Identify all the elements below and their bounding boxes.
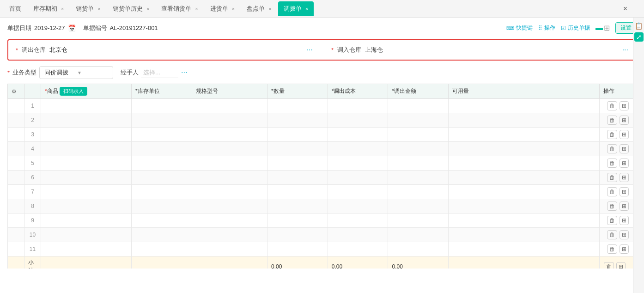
row-spec-cell[interactable] xyxy=(192,214,267,228)
sidebar-expand-icon[interactable]: ⤢ xyxy=(634,32,644,42)
copy-button[interactable]: ⊞ xyxy=(620,130,629,139)
row-qty-cell[interactable] xyxy=(267,113,328,128)
row-amount-cell[interactable] xyxy=(388,214,449,228)
row-qty-cell[interactable] xyxy=(267,171,328,185)
out-warehouse-value[interactable]: 北京仓 xyxy=(49,46,67,54)
delete-button[interactable]: 🗑 xyxy=(607,244,617,254)
tab-sales-order-close[interactable]: × xyxy=(97,6,100,12)
delete-button[interactable]: 🗑 xyxy=(607,216,617,225)
copy-button[interactable]: ⊞ xyxy=(620,201,629,211)
delete-button[interactable]: 🗑 xyxy=(607,144,617,153)
copy-button[interactable]: ⊞ xyxy=(620,159,629,168)
row-amount-cell[interactable] xyxy=(388,199,449,214)
row-goods-cell[interactable] xyxy=(41,156,132,171)
row-cost-cell[interactable] xyxy=(328,171,388,185)
delete-button[interactable]: 🗑 xyxy=(607,230,617,239)
row-goods-cell[interactable] xyxy=(41,228,132,242)
row-qty-cell[interactable] xyxy=(267,128,328,142)
tab-inventory-init[interactable]: 库存期初 × xyxy=(28,1,69,16)
row-qty-cell[interactable] xyxy=(267,214,328,228)
shortcut-action[interactable]: ⌨ 快捷键 xyxy=(506,24,533,32)
row-goods-cell[interactable] xyxy=(41,99,132,113)
in-warehouse-value[interactable]: 上海仓 xyxy=(365,46,383,54)
row-unit-cell[interactable] xyxy=(132,128,192,142)
copy-button[interactable]: ⊞ xyxy=(620,244,629,254)
layout-icon-1[interactable]: ▬ xyxy=(595,24,603,32)
operate-action[interactable]: ⠿ 操作 xyxy=(538,24,555,32)
row-spec-cell[interactable] xyxy=(192,185,267,199)
row-spec-cell[interactable] xyxy=(192,99,267,113)
row-cost-cell[interactable] xyxy=(328,142,388,156)
row-goods-cell[interactable] xyxy=(41,199,132,214)
row-amount-cell[interactable] xyxy=(388,185,449,199)
row-cost-cell[interactable] xyxy=(328,128,388,142)
row-unit-cell[interactable] xyxy=(132,113,192,128)
row-amount-cell[interactable] xyxy=(388,99,449,113)
tab-view-sales-close[interactable]: × xyxy=(195,6,198,12)
row-unit-cell[interactable] xyxy=(132,228,192,242)
row-qty-cell[interactable] xyxy=(267,156,328,171)
calendar-icon[interactable]: 📅 xyxy=(68,24,76,32)
tab-purchase-close[interactable]: × xyxy=(232,6,235,12)
layout-icon-2[interactable]: ⊞ xyxy=(604,24,610,32)
delete-button[interactable]: 🗑 xyxy=(607,101,617,110)
history-action[interactable]: ☑ 历史单据 xyxy=(561,24,590,32)
row-qty-cell[interactable] xyxy=(267,99,328,113)
copy-button[interactable]: ⊞ xyxy=(620,116,629,125)
gear-icon[interactable]: ⚙ xyxy=(12,88,17,95)
delete-button[interactable]: 🗑 xyxy=(607,159,617,168)
row-qty-cell[interactable] xyxy=(267,185,328,199)
col-header-settings[interactable]: ⚙ xyxy=(8,84,24,99)
scan-button[interactable]: 扫码录入 xyxy=(60,87,87,96)
row-cost-cell[interactable] xyxy=(328,242,388,256)
person-select[interactable]: 选择... xyxy=(141,67,178,78)
sidebar-doc-icon[interactable]: 📋 xyxy=(634,21,644,31)
row-amount-cell[interactable] xyxy=(388,142,449,156)
out-warehouse-more[interactable]: ··· xyxy=(307,46,313,54)
row-goods-cell[interactable] xyxy=(41,128,132,142)
row-amount-cell[interactable] xyxy=(388,128,449,142)
row-amount-cell[interactable] xyxy=(388,228,449,242)
row-goods-cell[interactable] xyxy=(41,171,132,185)
copy-button[interactable]: ⊞ xyxy=(620,101,629,110)
row-spec-cell[interactable] xyxy=(192,242,267,256)
row-unit-cell[interactable] xyxy=(132,199,192,214)
subtotal-delete-button[interactable]: 🗑 xyxy=(604,262,614,269)
row-spec-cell[interactable] xyxy=(192,128,267,142)
delete-button[interactable]: 🗑 xyxy=(607,116,617,125)
row-amount-cell[interactable] xyxy=(388,113,449,128)
tab-sales-order[interactable]: 销货单 × xyxy=(70,1,106,16)
row-unit-cell[interactable] xyxy=(132,156,192,171)
row-spec-cell[interactable] xyxy=(192,156,267,171)
copy-button[interactable]: ⊞ xyxy=(620,230,629,239)
row-qty-cell[interactable] xyxy=(267,228,328,242)
row-amount-cell[interactable] xyxy=(388,171,449,185)
row-goods-cell[interactable] xyxy=(41,185,132,199)
row-cost-cell[interactable] xyxy=(328,156,388,171)
tab-transfer[interactable]: 调拨单 × xyxy=(278,1,314,16)
row-unit-cell[interactable] xyxy=(132,242,192,256)
row-unit-cell[interactable] xyxy=(132,185,192,199)
row-cost-cell[interactable] xyxy=(328,99,388,113)
row-spec-cell[interactable] xyxy=(192,113,267,128)
copy-button[interactable]: ⊞ xyxy=(620,144,629,153)
row-cost-cell[interactable] xyxy=(328,113,388,128)
row-unit-cell[interactable] xyxy=(132,171,192,185)
date-value[interactable]: 2019-12-27 xyxy=(34,24,65,31)
tab-sales-history-close[interactable]: × xyxy=(146,6,149,12)
row-qty-cell[interactable] xyxy=(267,242,328,256)
row-goods-cell[interactable] xyxy=(41,113,132,128)
row-unit-cell[interactable] xyxy=(132,142,192,156)
row-cost-cell[interactable] xyxy=(328,199,388,214)
row-cost-cell[interactable] xyxy=(328,228,388,242)
tab-stocktake-close[interactable]: × xyxy=(268,6,271,12)
tab-inventory-init-close[interactable]: × xyxy=(61,6,64,12)
row-cost-cell[interactable] xyxy=(328,214,388,228)
copy-button[interactable]: ⊞ xyxy=(620,187,629,196)
tab-home[interactable]: 首页 xyxy=(4,1,27,16)
row-cost-cell[interactable] xyxy=(328,185,388,199)
close-all-button[interactable]: × xyxy=(619,0,632,18)
delete-button[interactable]: 🗑 xyxy=(607,201,617,211)
tab-sales-history[interactable]: 销货单历史 × xyxy=(107,1,155,16)
delete-button[interactable]: 🗑 xyxy=(607,130,617,139)
